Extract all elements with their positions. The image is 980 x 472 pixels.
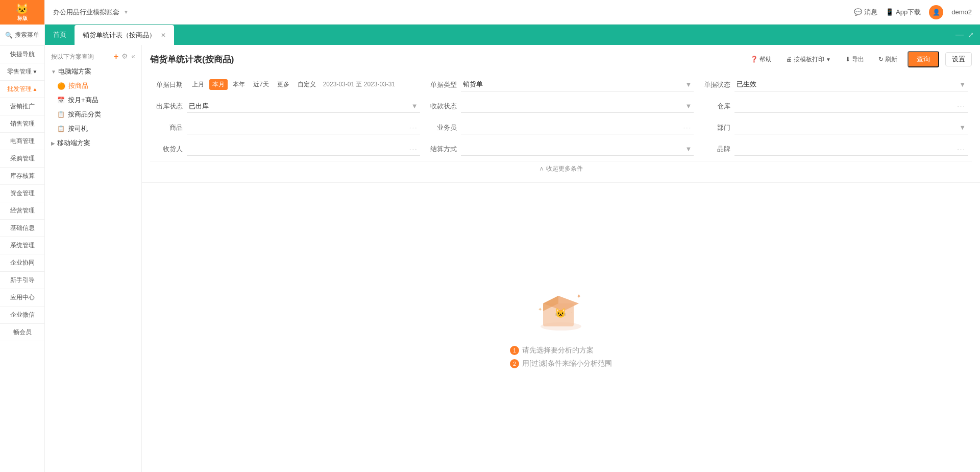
date-tab-more[interactable]: 更多 (274, 79, 292, 90)
goods-dots-icon[interactable]: ··· (409, 124, 418, 131)
goods-label: 商品 (154, 123, 183, 132)
filter-row-1: 单据日期 上月 本月 本年 近7天 更多 自定义 2023-03-01 至 20… (150, 76, 972, 93)
date-tab-this-month[interactable]: 本月 (209, 79, 228, 90)
help-icon: ❓ (750, 56, 758, 63)
sidebar-item-basic[interactable]: 基础信息 (0, 220, 44, 237)
sidebar-item-newbie[interactable]: 新手引导 (0, 272, 44, 289)
docstatus-value[interactable]: 已生效 ▼ (734, 78, 968, 91)
outstatus-caret-icon: ▼ (411, 102, 418, 110)
outstatus-label: 出库状态 (154, 102, 183, 111)
brand-value[interactable]: ··· (734, 143, 968, 156)
sidebar-item-retail[interactable]: 零售管理 ▼ (0, 63, 44, 81)
outstatus-value[interactable]: 已出库 ▼ (187, 100, 420, 113)
department-value[interactable]: ▼ (734, 121, 968, 134)
salesperson-value[interactable]: ··· (461, 121, 694, 134)
pc-expand-icon: ▼ (51, 69, 56, 75)
sidebar-item-operations[interactable]: 经营管理 (0, 202, 44, 220)
date-label: 单据日期 (154, 80, 183, 89)
warehouse-dots-icon[interactable]: ··· (957, 102, 966, 110)
sidebar-item-system[interactable]: 系统管理 (0, 237, 44, 254)
by-goods-label: 按商品 (68, 81, 88, 90)
filter-row-4: 收货人 ··· 结算方式 ▼ (150, 140, 972, 158)
sidebar-item-ecommerce[interactable]: 电商管理 (0, 133, 44, 150)
refresh-icon: ↻ (878, 56, 884, 63)
date-filter-value[interactable]: 上月 本月 本年 近7天 更多 自定义 2023-03-01 至 2023-03… (187, 78, 420, 91)
sidebar-item-member[interactable]: 畅会员 (0, 324, 44, 341)
user-label[interactable]: demo2 (951, 8, 972, 16)
user-avatar[interactable]: 👤 (929, 5, 943, 19)
sidebar-item-marketing[interactable]: 营销推广 (0, 98, 44, 115)
recipient-value[interactable]: ··· (187, 143, 420, 156)
tab-home[interactable]: 首页 (45, 25, 75, 45)
doctype-value[interactable]: 销货单 ▼ (461, 78, 694, 91)
settings-button[interactable]: 设置 (945, 52, 972, 66)
sidebar-item-purchase[interactable]: 采购管理 (0, 150, 44, 168)
tree-pc-label: 电脑端方案 (58, 67, 91, 76)
hint-item-1: 1 请先选择要分析的方案 (510, 346, 612, 355)
collapse-bar[interactable]: ∧ 收起更多条件 (150, 161, 972, 176)
sidebar-item-app-center[interactable]: 应用中心 (0, 289, 44, 306)
filter-payment-cell: 结算方式 ▼ (424, 140, 698, 158)
sidebar-item-enterprise[interactable]: 企业协同 (0, 254, 44, 272)
recipient-dots-icon[interactable]: ··· (409, 145, 418, 153)
tab-maximize-icon[interactable]: ⤢ (968, 31, 974, 39)
tab-bar: 首页 销货单统计表（按商品） ✕ — ⤢ (45, 25, 980, 45)
salesperson-dots-icon[interactable]: ··· (683, 124, 692, 131)
panel-add-icon[interactable]: + (114, 52, 118, 61)
sidebar-item-wechat[interactable]: 企业微信 (0, 306, 44, 324)
refresh-button[interactable]: ↻ 刷新 (874, 54, 901, 65)
filter-warehouse-cell: 仓库 ··· (698, 98, 972, 115)
svg-text:✦: ✦ (538, 306, 542, 312)
tree-pc-scheme[interactable]: ▼ 电脑端方案 (45, 64, 141, 79)
app-download-button[interactable]: 📱 App下载 (886, 8, 921, 17)
doctype-label: 单据类型 (428, 80, 457, 89)
workspace-dropdown-icon[interactable]: ▼ (124, 9, 129, 15)
search-menu-button[interactable]: 🔍 搜索菜单 (3, 29, 41, 41)
brand-dots-icon[interactable]: ··· (957, 145, 966, 153)
receivestatus-value[interactable]: ▼ (461, 100, 694, 113)
date-tab-custom[interactable]: 自定义 (295, 79, 319, 90)
tab-sales-stat[interactable]: 销货单统计表（按商品） ✕ (75, 25, 174, 45)
tree-by-month-goods[interactable]: 📅 按月+商品 (45, 93, 141, 107)
tree-by-goods[interactable]: 🟠 按商品 (45, 79, 141, 93)
filter-recipient-cell: 收货人 ··· (150, 140, 424, 158)
sidebar-item-sales-mgmt[interactable]: 销售管理 (0, 115, 44, 133)
print-dropdown-icon[interactable]: ▼ (826, 57, 831, 62)
sidebar-item-quick-nav[interactable]: 快捷导航 (0, 46, 44, 63)
help-button[interactable]: ❓ 帮助 (746, 54, 776, 65)
tree-by-category[interactable]: 📋 按商品分类 (45, 107, 141, 122)
sidebar-item-inventory[interactable]: 库存核算 (0, 168, 44, 185)
filter-date-cell: 单据日期 上月 本月 本年 近7天 更多 自定义 2023-03-01 至 20… (150, 76, 424, 93)
print-button[interactable]: 🖨 按模板打印 ▼ (782, 54, 835, 65)
date-tab-this-year[interactable]: 本年 (230, 79, 248, 90)
date-tab-last-month[interactable]: 上月 (189, 79, 207, 90)
payment-value[interactable]: ▼ (461, 143, 694, 156)
main-area: 办公用品行业模拟账套 ▼ 💬 消息 📱 App下载 👤 demo2 首页 销货单… (45, 0, 980, 472)
tab-minimize-icon[interactable]: — (955, 30, 964, 39)
panel-actions: + ⚙ « (114, 52, 135, 61)
empty-icon: 😺 ✦ ✦ · (530, 283, 592, 336)
panel-settings-icon[interactable]: ⚙ (121, 52, 128, 61)
payment-label: 结算方式 (428, 145, 457, 154)
tab-close-icon[interactable]: ✕ (161, 32, 166, 39)
hint-num-1: 1 (510, 346, 519, 355)
tree-mobile-scheme[interactable]: ▶ 移动端方案 (45, 136, 141, 150)
by-month-label: 按月+商品 (68, 96, 99, 105)
export-button[interactable]: ⬇ 导出 (841, 54, 868, 65)
date-range: 2023-03-01 至 2023-03-31 (323, 80, 395, 89)
app-logo[interactable]: 🐱 标版 (0, 0, 44, 25)
warehouse-value[interactable]: ··· (734, 100, 968, 113)
tree-by-cashier[interactable]: 📋 按司机 (45, 122, 141, 136)
query-button[interactable]: 查询 (908, 51, 939, 67)
content-area: 按以下方案查询 + ⚙ « ▼ 电脑端方案 🟠 按商品 📅 按月+商品 (45, 45, 980, 472)
left-panel: 按以下方案查询 + ⚙ « ▼ 电脑端方案 🟠 按商品 📅 按月+商品 (45, 45, 142, 472)
empty-state: 😺 ✦ ✦ · 1 请先选择要分析的方案 2 用[过滤]条件来缩小分析范围 (142, 183, 980, 472)
date-tab-7days[interactable]: 近7天 (250, 79, 272, 90)
by-cashier-label: 按司机 (68, 124, 88, 133)
goods-value[interactable]: ··· (187, 121, 420, 134)
sidebar-item-wholesale[interactable]: 批发管理 ▲ (0, 81, 44, 98)
filter-row-3: 商品 ··· 业务员 ··· (150, 119, 972, 136)
panel-collapse-icon[interactable]: « (131, 52, 135, 61)
message-button[interactable]: 💬 消息 (854, 8, 877, 17)
sidebar-item-finance[interactable]: 资金管理 (0, 185, 44, 202)
